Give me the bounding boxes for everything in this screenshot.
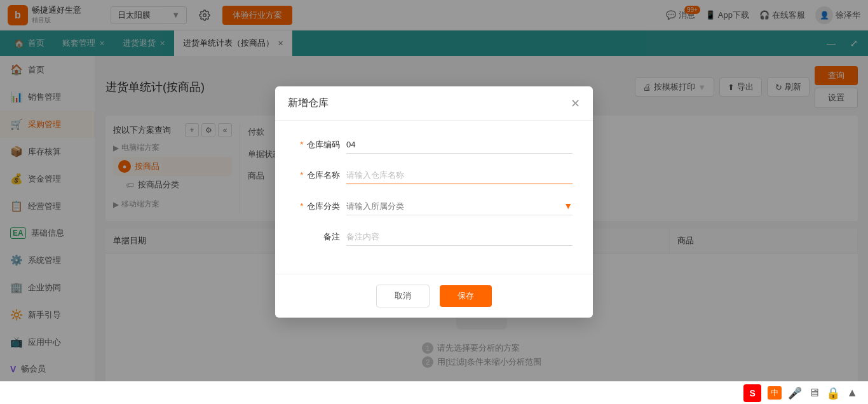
lock-icon[interactable]: 🔒	[826, 386, 840, 400]
cancel-button[interactable]: 取消	[376, 285, 430, 307]
modal-footer: 取消 保存	[275, 274, 593, 318]
modal-title: 新增仓库	[288, 97, 329, 110]
category-label: * 仓库分类	[295, 201, 346, 212]
note-input[interactable]	[346, 228, 573, 246]
form-row-code: * 仓库编码	[295, 136, 573, 154]
s-logo: S	[743, 384, 761, 402]
category-dropdown-icon[interactable]: ▼	[564, 201, 573, 211]
modal-body: * 仓库编码 * 仓库名称 * 仓库分类	[275, 121, 593, 274]
modal-overlay[interactable]: 新增仓库 ✕ * 仓库编码 * 仓库名称	[0, 0, 868, 404]
form-row-name: * 仓库名称	[295, 166, 573, 184]
arrow-up-icon[interactable]: ▲	[846, 386, 858, 400]
modal-header: 新增仓库 ✕	[275, 86, 593, 121]
modal-close-button[interactable]: ✕	[571, 98, 580, 109]
code-input[interactable]	[346, 136, 573, 154]
form-row-category: * 仓库分类 ▼	[295, 197, 573, 215]
name-input[interactable]	[346, 166, 573, 184]
form-row-note: 备注	[295, 228, 573, 246]
category-select-wrapper: ▼	[346, 197, 573, 215]
category-input[interactable]	[346, 201, 564, 211]
microphone-icon[interactable]: 🎤	[788, 386, 802, 400]
name-label: * 仓库名称	[295, 170, 346, 181]
save-button[interactable]: 保存	[440, 285, 492, 307]
monitor-icon[interactable]: 🖥	[808, 386, 820, 400]
modal-new-warehouse: 新增仓库 ✕ * 仓库编码 * 仓库名称	[275, 86, 593, 318]
code-label: * 仓库编码	[295, 139, 346, 151]
note-label: 备注	[295, 231, 346, 243]
bottom-bar: S 中 🎤 🖥 🔒 ▲	[0, 381, 868, 404]
chinese-input-badge[interactable]: 中	[768, 386, 782, 400]
